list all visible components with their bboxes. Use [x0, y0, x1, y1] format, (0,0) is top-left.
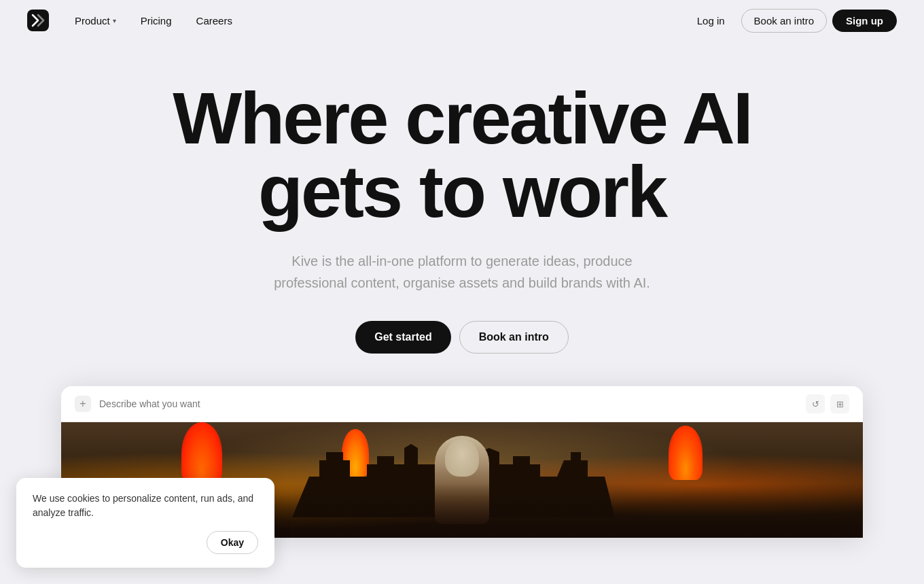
login-button[interactable]: Log in [686, 10, 736, 32]
app-bar: + ↺ ⊞ [61, 386, 863, 422]
book-intro-nav-button[interactable]: Book an intro [741, 9, 827, 33]
refresh-icon[interactable]: ↺ [806, 394, 825, 413]
hero-subtitle: Kive is the all-in-one platform to gener… [265, 250, 659, 294]
add-icon[interactable]: + [75, 396, 91, 412]
nav-pricing-link[interactable]: Pricing [131, 10, 181, 32]
product-chevron-icon: ▾ [113, 17, 116, 24]
hero-title: Where creative AI gets to work [173, 82, 751, 228]
nav-logo[interactable] [27, 10, 49, 31]
nav-right: Log in Book an intro Sign up [686, 9, 897, 33]
signup-button[interactable]: Sign up [832, 10, 897, 32]
nav-product-link[interactable]: Product ▾ [65, 10, 126, 32]
grid-icon[interactable]: ⊞ [830, 394, 849, 413]
app-bar-icons: ↺ ⊞ [806, 394, 849, 413]
flame-right [669, 426, 703, 480]
book-intro-hero-button[interactable]: Book an intro [459, 321, 569, 354]
nav-left: Product ▾ Pricing Careers [27, 10, 242, 32]
get-started-button[interactable]: Get started [355, 321, 450, 354]
hero-cta-group: Get started Book an intro [355, 321, 569, 354]
cookie-text: We use cookies to personalize content, r… [33, 492, 258, 520]
prompt-input[interactable] [99, 398, 798, 409]
cookie-banner: We use cookies to personalize content, r… [16, 478, 274, 568]
flame-left [181, 422, 222, 483]
nav-careers-link[interactable]: Careers [187, 10, 242, 32]
hero-section: Where creative AI gets to work Kive is t… [0, 41, 924, 538]
navbar: Product ▾ Pricing Careers Log in Book an… [0, 0, 924, 41]
cookie-okay-button[interactable]: Okay [207, 531, 258, 554]
figure-silhouette [435, 436, 489, 524]
